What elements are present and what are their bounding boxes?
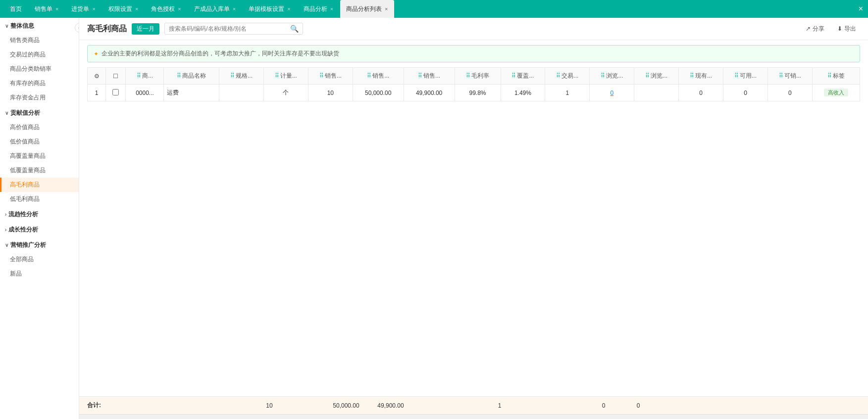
col-header-sales_qty[interactable]: ⠿销售...: [308, 68, 353, 85]
col-header-transaction[interactable]: ⠿交易...: [545, 68, 590, 85]
footer-cell-12: [517, 402, 552, 409]
row-sales-qty: 10: [308, 85, 353, 101]
nav-label: 商品分析: [304, 5, 327, 13]
export-button[interactable]: ⬇ 导出: [833, 23, 860, 35]
col-header-available_stock[interactable]: ⠿可用...: [723, 68, 768, 85]
nav-close-icon[interactable]: ×: [55, 6, 58, 12]
sidebar-item-0-3[interactable]: 有库存的商品: [0, 76, 79, 91]
row-code: 0000...: [126, 85, 164, 101]
sort-icon: ⠿: [779, 72, 783, 79]
sidebar-item-1-5[interactable]: 低毛利商品: [0, 192, 79, 206]
nav-close-icon[interactable]: ×: [385, 6, 388, 12]
nav-item-8[interactable]: 商品分析列表×: [340, 0, 394, 18]
top-navigation: 首页销售单×进货单×权限设置×角色授权×产成品入库单×单据模板设置×商品分析×商…: [0, 0, 868, 18]
footer-cell-3: [170, 402, 220, 409]
col-header-sales_profit[interactable]: ⠿销售...: [404, 68, 455, 85]
close-all-tabs[interactable]: ×: [859, 4, 863, 13]
col-header-code[interactable]: ⠿商...: [126, 68, 164, 85]
row-view1[interactable]: 0: [590, 85, 634, 101]
row-view2: [634, 85, 679, 101]
footer-cell-11: 1: [482, 402, 517, 409]
nav-item-7[interactable]: 商品分析×: [298, 0, 339, 18]
search-box: 🔍: [164, 23, 303, 35]
col-header-settings[interactable]: ⚙: [88, 68, 106, 85]
footer-cells: 1050,000.0049,900.00100: [111, 402, 860, 409]
nav-close-icon[interactable]: ×: [233, 6, 236, 12]
sidebar-group-2[interactable]: ›流趋性分析: [0, 206, 79, 222]
alert-icon: ✦: [94, 50, 99, 57]
nav-item-2[interactable]: 进货单×: [65, 0, 101, 18]
sidebar-item-0-1[interactable]: 交易过的商品: [0, 47, 79, 62]
sidebar-item-0-2[interactable]: 商品分类助销率: [0, 62, 79, 76]
group-arrow-icon: ∨: [5, 242, 8, 248]
group-label: 贡献值分析: [10, 109, 40, 117]
sidebar-item-4-1[interactable]: 新品: [0, 267, 79, 281]
content-header: 高毛利商品 近一月 🔍 ↗ 分享 ⬇ 导出: [79, 18, 868, 40]
col-header-gross_margin[interactable]: ⠿毛利率: [455, 68, 501, 85]
nav-close-icon[interactable]: ×: [135, 6, 138, 12]
bottom-scrollbar[interactable]: [79, 414, 868, 419]
row-sales-amount: 50,000.00: [353, 85, 404, 101]
nav-item-5[interactable]: 产成品入库单×: [188, 0, 242, 18]
col-header-coverage[interactable]: ⠿覆盖...: [501, 68, 545, 85]
row-checkbox[interactable]: [106, 85, 126, 101]
footer-cell-1: [126, 402, 141, 409]
search-icon[interactable]: 🔍: [290, 25, 299, 33]
nav-label: 进货单: [71, 5, 89, 13]
nav-item-1[interactable]: 销售单×: [29, 0, 64, 18]
nav-close-icon[interactable]: ×: [287, 6, 290, 12]
sort-icon: ⠿: [418, 72, 422, 79]
sidebar-item-1-4[interactable]: 高毛利商品: [0, 178, 79, 192]
sort-icon: ⠿: [827, 72, 832, 79]
footer-cell-13: [552, 402, 586, 409]
sidebar-item-0-0[interactable]: 销售类商品: [0, 33, 79, 47]
row-tag: 高收入: [812, 85, 860, 101]
select-all-checkbox[interactable]: ☐: [113, 73, 118, 80]
share-icon: ↗: [806, 25, 811, 32]
search-input[interactable]: [169, 25, 288, 32]
nav-item-3[interactable]: 权限设置×: [102, 0, 144, 18]
sidebar-group-3[interactable]: ›成长性分析: [0, 222, 79, 237]
nav-label: 商品分析列表: [346, 5, 382, 13]
sort-icon: ⠿: [690, 72, 694, 79]
sort-icon: ⠿: [230, 72, 235, 79]
group-label: 成长性分析: [8, 226, 38, 234]
col-header-checkbox[interactable]: ☐: [106, 68, 126, 85]
sidebar-item-0-4[interactable]: 库存资金占用: [0, 91, 79, 105]
col-header-name[interactable]: ⠿商品名称: [164, 68, 219, 85]
nav-item-0[interactable]: 首页: [4, 0, 28, 18]
row-gross-margin: 99.8%: [455, 85, 501, 101]
date-filter-button[interactable]: 近一月: [132, 23, 159, 35]
col-header-tag[interactable]: ⠿标签: [812, 68, 860, 85]
export-icon: ⬇: [837, 25, 842, 32]
col-header-view1[interactable]: ⠿浏览...: [590, 68, 634, 85]
col-header-unit[interactable]: ⠿计量...: [263, 68, 308, 85]
col-header-current_stock[interactable]: ⠿现有...: [679, 68, 723, 85]
page-title: 高毛利商品: [87, 24, 127, 34]
sidebar-item-1-3[interactable]: 低覆盖量商品: [0, 163, 79, 178]
col-header-view2[interactable]: ⠿浏览...: [634, 68, 679, 85]
sidebar-item-1-2[interactable]: 高覆盖量商品: [0, 149, 79, 163]
settings-icon[interactable]: ⚙: [94, 73, 100, 80]
sidebar-item-1-0[interactable]: 高价值商品: [0, 120, 79, 135]
nav-label: 角色授权: [151, 5, 175, 13]
col-header-spec[interactable]: ⠿规格...: [219, 68, 264, 85]
col-header-sales_amount[interactable]: ⠿销售...: [353, 68, 404, 85]
footer-cell-17: [690, 402, 720, 409]
sidebar-item-1-1[interactable]: 低价值商品: [0, 135, 79, 149]
sidebar-item-4-0[interactable]: 全部商品: [0, 252, 79, 267]
nav-close-icon[interactable]: ×: [178, 6, 181, 12]
sort-icon: ⠿: [137, 72, 141, 79]
data-table: ⚙☐⠿商...⠿商品名称⠿规格...⠿计量...⠿销售...⠿销售...⠿销售.…: [87, 67, 860, 101]
nav-item-4[interactable]: 角色授权×: [145, 0, 187, 18]
nav-item-6[interactable]: 单据模板设置×: [243, 0, 296, 18]
col-header-sellable_stock[interactable]: ⠿可销...: [767, 68, 812, 85]
nav-close-icon[interactable]: ×: [330, 6, 333, 12]
sort-icon: ⠿: [367, 72, 371, 79]
sidebar-group-1[interactable]: ∨贡献值分析: [0, 105, 79, 120]
sidebar-group-0[interactable]: ∨整体信息: [0, 18, 79, 33]
share-button[interactable]: ↗ 分享: [802, 23, 828, 35]
sidebar-group-4[interactable]: ∨营销推广分析: [0, 237, 79, 252]
nav-close-icon[interactable]: ×: [92, 6, 95, 12]
sort-icon: ⠿: [601, 72, 605, 79]
